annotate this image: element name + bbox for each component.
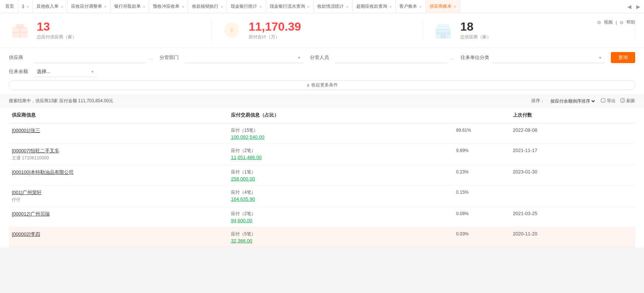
percent-text: 0.03% <box>456 231 469 237</box>
stat-label-suppliers: 总应付供应商（家） <box>37 34 77 40</box>
stat-info-suppliers: 13 总应付供应商（家） <box>37 21 77 40</box>
nav-tab-overdue-ar[interactable]: 超期应收款查询 × <box>353 0 396 13</box>
nav-next-button[interactable]: ▶ <box>634 0 643 13</box>
last-pay-cell: 2021-03-25 <box>510 207 635 227</box>
nav-tab-3-close[interactable]: × <box>27 4 29 9</box>
filter-dept: 分管部门 ▼ <box>160 52 304 63</box>
help-link[interactable]: 帮助 <box>626 19 635 25</box>
ap-label: 应付（5笔） <box>231 231 444 237</box>
nav-tab-home[interactable]: 首页 <box>1 0 18 13</box>
nav-tab-cash-bank-stat-close[interactable]: × <box>259 4 262 9</box>
nav-tab-collection-stat[interactable]: 收款情况统计 × <box>314 0 352 13</box>
filter-supplier-input[interactable] <box>34 52 146 63</box>
nav-tab-bank-deposit-close[interactable]: × <box>143 4 145 9</box>
video-link[interactable]: 视频 <box>604 19 613 25</box>
supplier-link[interactable]: [000001]张三 <box>12 128 40 133</box>
supplier-info-cell: [000007]恒旺二手叉车王通 17106110000 <box>9 144 228 165</box>
supplier-info-cell: [000100]本特勒油品有限公司 <box>9 165 228 186</box>
nav-tab-3[interactable]: 3 × <box>18 0 33 13</box>
stat-number-suppliers: 13 <box>37 21 77 32</box>
filter-balance-select[interactable]: 选择... <box>34 66 97 77</box>
amount-link[interactable]: 164,635.90 <box>231 196 255 202</box>
ap-info-cell: 应付（1笔）258,000.00 <box>228 165 447 186</box>
nav-tab-customer-ledger-close[interactable]: × <box>419 4 421 9</box>
nav-tab-ar-ap-adjust-close[interactable]: × <box>104 4 106 9</box>
export-button[interactable]: ↓ 导出 <box>601 98 616 104</box>
table-container: 供应商信息 应付交易信息（占比） 上次付数 [000001]张三应付（15笔）1… <box>0 107 644 248</box>
export-icon: ↓ <box>601 98 606 104</box>
supplier-link[interactable]: [001]广州荣轩 <box>12 190 42 195</box>
search-button[interactable]: 查询 <box>611 52 635 63</box>
filter-person-label: 分管人员 <box>310 54 332 61</box>
supplier-info-cell: [001]广州荣轩仔仔 <box>9 186 228 207</box>
ap-info-cell: 应付（2笔）94,600.00 <box>228 207 447 227</box>
amount-link[interactable]: 94,600.00 <box>231 218 252 223</box>
svg-point-13 <box>620 98 625 103</box>
nav-bar: 首页 3 × 其他收入单 × 应收应付调整单 × 银行存取款单 × 预收冲应收单… <box>0 0 644 13</box>
filter-row-2: 往来余额 选择... ▼ <box>9 66 635 77</box>
filter-person-input[interactable] <box>335 52 447 63</box>
nav-tab-collection-stat-close[interactable]: × <box>346 4 348 9</box>
filter-balance-label: 往来余额 <box>9 68 31 75</box>
nav-tab-supplier-ledger-close[interactable]: × <box>454 4 456 9</box>
svg-rect-8 <box>437 32 440 34</box>
nav-tab-supplier-ledger[interactable]: 供应商账本 × <box>426 0 460 13</box>
refresh-button[interactable]: 刷新 <box>620 98 635 104</box>
filter-category: 往来单位分类 ▼ <box>461 52 605 63</box>
nav-tab-prepay-close[interactable]: × <box>182 4 184 9</box>
nav-tab-other-income-close[interactable]: × <box>61 4 63 9</box>
nav-arrows: ◀ ▶ <box>625 0 643 13</box>
supplier-link[interactable]: [000007]恒旺二手叉车 <box>12 148 59 154</box>
supplier-link[interactable]: [000100]本特勒油品有限公司 <box>12 169 74 175</box>
ap-info-cell: 应付（5笔）32,366.00 <box>228 227 447 248</box>
ap-info-cell: 应付（4笔）164,635.90 <box>228 186 447 207</box>
person-ellipsis[interactable]: ... <box>450 55 455 61</box>
percent-text: 0.15% <box>456 190 469 195</box>
supplier-link[interactable]: [000002]李四 <box>12 231 40 237</box>
nav-tab-other-income[interactable]: 其他收入单 × <box>33 0 67 13</box>
filter-balance-wrapper: 选择... ▼ <box>34 66 97 77</box>
nav-tab-cash-bank-flow-close[interactable]: × <box>307 4 309 9</box>
nav-tab-prepay[interactable]: 预收冲应收单 × <box>149 0 188 13</box>
nav-tab-overdue-ar-close[interactable]: × <box>389 4 392 9</box>
supplier-ellipsis[interactable]: ... <box>149 55 154 61</box>
stat-block-amount: ¥ 11,170.39 应付合计（万） <box>212 19 424 41</box>
percent-text: 0.23% <box>456 169 469 175</box>
filter-category-select[interactable] <box>492 52 605 63</box>
refresh-label: 刷新 <box>626 98 635 104</box>
nav-tab-receivable-exec-close[interactable]: × <box>221 4 223 9</box>
result-actions: 排序： 按应付余额倒序排序 ↓ 导出 刷新 <box>531 98 635 104</box>
result-summary-text: 搜索结果中，供应商13家 应付金额 111,703,854.00元 <box>9 98 113 104</box>
filter-dept-label: 分管部门 <box>160 54 182 61</box>
sort-label: 排序： <box>531 98 545 104</box>
percent-cell: 0.15% <box>447 186 510 207</box>
svg-rect-7 <box>441 32 446 39</box>
nav-tab-bank-deposit[interactable]: 银行存取款单 × <box>111 0 149 13</box>
header-actions: ⊙ 视频 | ⊙ 帮助 <box>597 19 635 25</box>
filter-category-label: 往来单位分类 <box>461 54 489 61</box>
stat-icon-amount: ¥ <box>221 19 243 41</box>
nav-tab-cash-bank-stat[interactable]: 现金银行统计 × <box>227 0 266 13</box>
nav-tab-cash-bank-flow[interactable]: 现金银行流水查询 × <box>266 0 314 13</box>
filter-dept-wrapper: ▼ <box>185 52 304 63</box>
ap-label: 应付（2笔） <box>231 148 444 154</box>
filter-dept-select[interactable] <box>185 52 304 63</box>
nav-tab-ar-ap-adjust[interactable]: 应收应付调整单 × <box>67 0 111 13</box>
nav-tab-customer-ledger[interactable]: 客户账本 × <box>396 0 426 13</box>
help-icon: ⊙ <box>620 20 623 25</box>
amount-link[interactable]: 32,366.00 <box>231 238 252 244</box>
nav-tab-receivable-exec[interactable]: 收款核销执行 × <box>188 0 227 13</box>
amount-link[interactable]: 100,092,540.00 <box>231 134 264 140</box>
col-ap-percent <box>447 107 510 123</box>
supplier-link[interactable]: [000012]广州贝瑞 <box>12 211 50 217</box>
nav-prev-button[interactable]: ◀ <box>625 0 634 13</box>
last-pay-date: 2023-01-30 <box>513 169 538 175</box>
stat-icon-suppliers <box>9 19 31 41</box>
amount-link[interactable]: 11,051,486.00 <box>231 155 262 160</box>
collapse-button[interactable]: ∧ 收起更多条件 <box>9 80 635 90</box>
table-scroll[interactable]: 供应商信息 应付交易信息（占比） 上次付数 [000001]张三应付（15笔）1… <box>9 107 635 248</box>
stat-number-amount: 11,170.39 <box>249 21 301 32</box>
filter-supplier-label: 供应商 <box>9 54 31 61</box>
amount-link[interactable]: 258,000.00 <box>231 176 255 182</box>
sort-select[interactable]: 按应付余额倒序排序 <box>549 98 596 104</box>
